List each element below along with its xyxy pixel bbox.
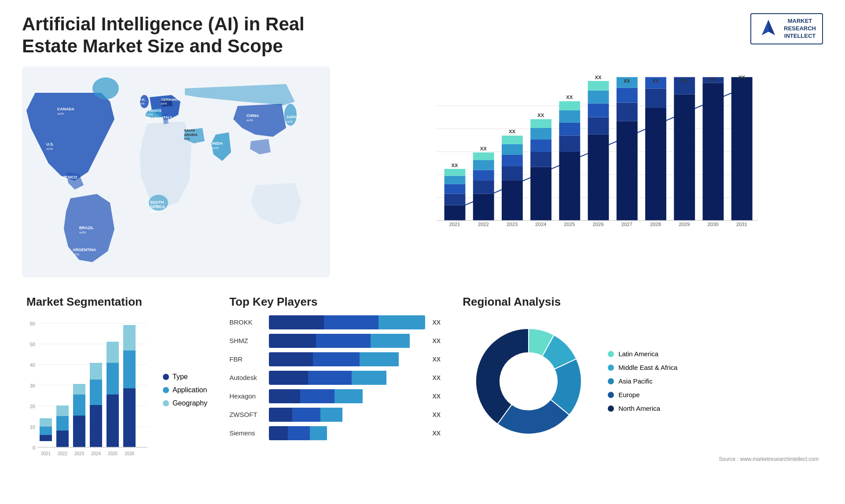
player-name: Autodesk (229, 374, 265, 381)
svg-text:U.S.: U.S. (46, 142, 54, 146)
svg-text:ITALY: ITALY (162, 115, 172, 119)
regional-legend-item: Latin America (608, 350, 677, 358)
svg-rect-140 (90, 363, 102, 380)
svg-rect-89 (617, 121, 638, 220)
svg-rect-136 (73, 384, 85, 394)
logo-text: MARKET RESEARCH INTELLECT (784, 18, 816, 40)
player-bars (269, 315, 425, 329)
svg-rect-63 (502, 155, 523, 166)
svg-rect-76 (559, 135, 580, 152)
svg-rect-108 (731, 77, 753, 220)
world-map-svg: CANADA xx% U.S. xx% MEXICO xx% BRAZIL xx… (22, 66, 330, 278)
player-row: SHMZXX (229, 334, 441, 348)
svg-text:20: 20 (30, 404, 35, 409)
player-bar-seg (269, 426, 288, 440)
regional-title: Regional Analysis (463, 295, 819, 309)
player-xx-label: XX (432, 411, 441, 418)
svg-text:XX: XX (681, 78, 688, 84)
seg-chart-area: 0 10 20 30 40 50 60 (26, 315, 207, 465)
legend-type-label: Type (173, 373, 188, 381)
svg-rect-143 (107, 363, 119, 394)
svg-text:CHINA: CHINA (246, 113, 259, 118)
svg-rect-148 (123, 325, 136, 351)
player-bars (269, 334, 425, 348)
svg-text:SAUDI: SAUDI (184, 128, 195, 132)
svg-text:2021: 2021 (41, 451, 51, 456)
svg-text:xx%: xx% (212, 146, 219, 150)
svg-rect-75 (559, 152, 580, 221)
svg-rect-84 (588, 103, 609, 117)
svg-rect-130 (56, 431, 69, 447)
legend-geography-label: Geography (173, 399, 207, 407)
svg-rect-51 (445, 169, 466, 176)
svg-text:XX: XX (537, 113, 544, 118)
svg-rect-138 (90, 405, 102, 447)
svg-text:XX: XX (624, 78, 631, 84)
svg-text:xx%: xx% (161, 102, 167, 105)
svg-text:xx%: xx% (73, 252, 79, 256)
players-section: Top Key Players BROKKXXSHMZXXFBRXXAutode… (225, 291, 445, 475)
svg-text:2025: 2025 (564, 222, 575, 227)
svg-rect-61 (502, 180, 523, 220)
svg-rect-85 (588, 91, 609, 104)
svg-rect-62 (502, 166, 523, 180)
player-bar-seg (324, 315, 378, 329)
svg-text:xx%: xx% (62, 180, 68, 184)
svg-point-4 (140, 95, 149, 108)
svg-rect-95 (645, 108, 666, 221)
svg-text:JAPAN: JAPAN (286, 115, 299, 119)
svg-rect-78 (559, 110, 580, 123)
player-bar-seg (316, 334, 371, 348)
player-bar-seg (288, 426, 310, 440)
svg-marker-1 (762, 20, 768, 35)
svg-text:60: 60 (30, 321, 35, 326)
player-bars (269, 371, 425, 385)
player-name: FBR (229, 355, 265, 363)
svg-text:xx%: xx% (286, 120, 293, 124)
player-xx-label: XX (432, 393, 441, 400)
svg-text:XX: XX (480, 146, 487, 151)
svg-text:xx%: xx% (46, 147, 53, 151)
player-bar-seg (313, 352, 360, 366)
header: Artificial Intelligence (AI) in Real Est… (22, 13, 823, 58)
svg-text:XX: XX (452, 162, 459, 168)
svg-text:2028: 2028 (650, 222, 661, 227)
svg-rect-57 (473, 160, 494, 170)
svg-text:50: 50 (30, 342, 35, 347)
svg-text:xx%: xx% (79, 230, 86, 234)
svg-rect-139 (90, 380, 102, 405)
player-row: AutodeskXX (229, 371, 441, 385)
svg-rect-146 (123, 388, 136, 447)
player-bar-seg (310, 426, 327, 440)
svg-text:2027: 2027 (621, 222, 632, 227)
svg-text:10: 10 (30, 424, 35, 430)
regional-legend-item: Europe (608, 391, 677, 398)
player-xx-label: XX (432, 337, 441, 344)
svg-rect-131 (56, 416, 69, 431)
svg-rect-134 (73, 416, 85, 447)
legend-application-dot (163, 387, 169, 393)
regional-legend-dot (608, 351, 614, 357)
player-bar-seg (352, 371, 386, 385)
regional-legend-dot (608, 365, 614, 371)
player-bar-seg (360, 352, 399, 366)
player-bar-seg (378, 315, 426, 329)
map-section: CANADA xx% U.S. xx% MEXICO xx% BRAZIL xx… (22, 66, 330, 278)
svg-rect-47 (445, 205, 466, 220)
logo-icon (757, 18, 779, 40)
svg-text:2022: 2022 (478, 222, 489, 227)
svg-text:XX: XX (509, 129, 516, 134)
svg-text:xx%: xx% (147, 121, 153, 124)
player-bars (269, 389, 425, 403)
svg-text:XX: XX (738, 75, 746, 80)
seg-legend: Type Application Geography (158, 315, 207, 465)
svg-rect-68 (530, 167, 551, 220)
svg-rect-128 (40, 418, 52, 427)
svg-text:2029: 2029 (679, 222, 690, 227)
regional-legend-label: Latin America (618, 350, 658, 358)
svg-text:XX: XX (595, 75, 602, 80)
player-name: ZWSOFT (229, 411, 265, 418)
svg-text:2026: 2026 (125, 451, 135, 456)
players-title: Top Key Players (229, 295, 441, 309)
svg-rect-69 (530, 152, 551, 167)
